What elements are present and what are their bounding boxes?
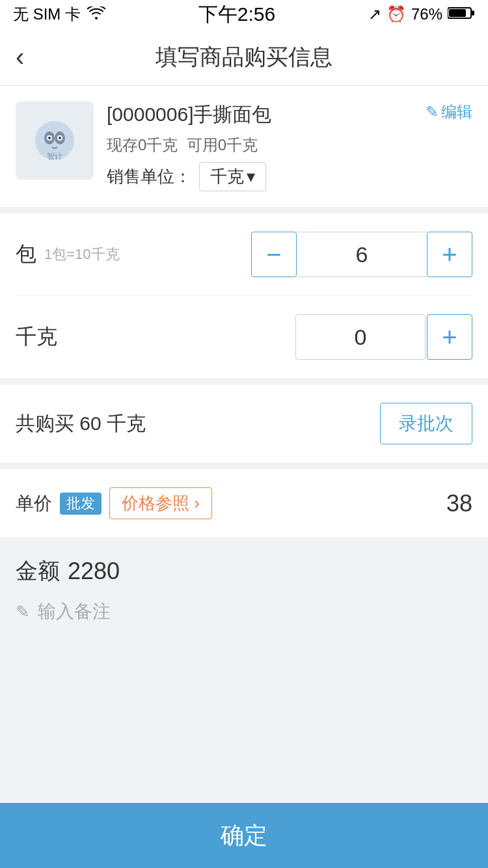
price-label: 单价 bbox=[16, 491, 52, 516]
svg-text:智计: 智计 bbox=[47, 152, 62, 161]
edit-icon: ✎ bbox=[426, 103, 439, 121]
product-section: 智计 [0000006]手撕面包 现存0千克 可用0千克 销售单位： 千克 ▾ … bbox=[0, 86, 488, 213]
location-icon: ↗ bbox=[368, 5, 381, 23]
amount-section: 金额 2280 ✎ 输入备注 bbox=[0, 538, 488, 642]
price-ref-button[interactable]: 价格参照 › bbox=[109, 487, 212, 519]
price-badge: 批发 bbox=[60, 493, 102, 515]
kg-label: 千克 bbox=[16, 323, 57, 351]
input-section: 包 1包=10千克 − + 千克 + bbox=[0, 213, 488, 385]
bao-decrement-button[interactable]: − bbox=[251, 232, 297, 277]
amount-value: 2280 bbox=[68, 558, 120, 585]
price-section: 单价 批发 价格参照 › 38 bbox=[0, 469, 488, 538]
confirm-button[interactable]: 确定 bbox=[221, 820, 267, 852]
bao-increment-button[interactable]: + bbox=[427, 232, 472, 277]
kg-input[interactable] bbox=[295, 314, 426, 360]
pencil-icon: ✎ bbox=[16, 602, 30, 622]
product-unit-row: 销售单位： 千克 ▾ bbox=[107, 162, 472, 191]
amount-row: 金额 2280 bbox=[16, 556, 472, 586]
total-section: 共购买 60 千克 录批次 bbox=[0, 385, 488, 469]
status-right: ↗ ⏰ 76% bbox=[368, 5, 475, 23]
price-label-row: 单价 批发 价格参照 › bbox=[16, 487, 212, 519]
bao-input[interactable] bbox=[297, 232, 427, 277]
unit-select[interactable]: 千克 ▾ bbox=[199, 162, 266, 191]
sim-text: 无 SIM 卡 bbox=[13, 4, 81, 25]
note-row[interactable]: ✎ 输入备注 bbox=[16, 599, 472, 642]
svg-point-9 bbox=[59, 137, 61, 139]
amount-label: 金额 bbox=[16, 556, 60, 586]
battery-icon bbox=[448, 5, 475, 23]
confirm-bar[interactable]: 确定 bbox=[0, 803, 488, 868]
status-left: 无 SIM 卡 bbox=[13, 4, 105, 25]
bao-hint: 1包=10千克 bbox=[44, 245, 120, 264]
battery-text: 76% bbox=[411, 5, 442, 23]
wifi-icon bbox=[87, 5, 105, 23]
kg-increment-button[interactable]: + bbox=[427, 314, 472, 360]
bao-controls: − + bbox=[251, 232, 472, 277]
product-name: [0000006]手撕面包 bbox=[107, 102, 472, 128]
bao-label: 包 1包=10千克 bbox=[16, 240, 120, 269]
product-thumbnail: 智计 bbox=[16, 102, 94, 180]
price-value: 38 bbox=[446, 490, 472, 517]
status-time: 下午2:56 bbox=[198, 1, 275, 28]
note-label: 输入备注 bbox=[38, 599, 111, 624]
batch-button[interactable]: 录批次 bbox=[380, 403, 472, 444]
chevron-down-icon: ▾ bbox=[247, 167, 255, 187]
bao-input-row: 包 1包=10千克 − + bbox=[16, 213, 472, 296]
kg-input-row: 千克 + bbox=[16, 296, 472, 378]
alarm-icon: ⏰ bbox=[386, 5, 406, 23]
nav-bar: ‹ 填写商品购买信息 bbox=[0, 29, 488, 86]
unit-label: 销售单位： bbox=[107, 165, 191, 188]
page-title: 填写商品购买信息 bbox=[156, 42, 332, 72]
total-label: 共购买 60 千克 bbox=[16, 411, 146, 437]
svg-rect-1 bbox=[472, 10, 474, 16]
svg-point-8 bbox=[48, 137, 51, 139]
product-info: [0000006]手撕面包 现存0千克 可用0千克 销售单位： 千克 ▾ bbox=[107, 102, 472, 191]
kg-controls: + bbox=[295, 314, 472, 360]
svg-rect-2 bbox=[449, 9, 466, 17]
product-stock: 现存0千克 可用0千克 bbox=[107, 135, 472, 156]
status-bar: 无 SIM 卡 下午2:56 ↗ ⏰ 76% bbox=[0, 0, 488, 29]
back-button[interactable]: ‹ bbox=[16, 42, 24, 72]
edit-button[interactable]: ✎ 编辑 bbox=[426, 102, 472, 122]
